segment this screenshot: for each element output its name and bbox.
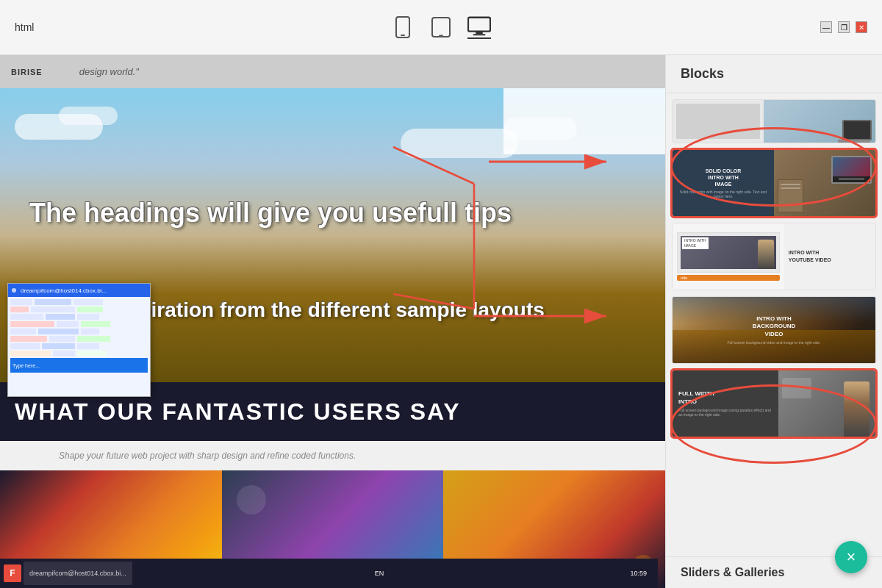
solid-laptop <box>831 156 872 184</box>
block-solid-image-area <box>774 150 875 216</box>
chat-title: dreampifcom@host014.cbox.bi... <box>21 287 146 294</box>
restore-button[interactable]: ❐ <box>838 21 850 33</box>
purple-circle <box>237 485 266 514</box>
chat-row <box>10 336 148 342</box>
mobile-view-button[interactable] <box>391 15 415 39</box>
video-title: INTRO WITHBACKGROUNDVIDEO <box>727 315 820 338</box>
block-bg-video-intro[interactable]: INTRO WITHBACKGROUNDVIDEO Full screen ba… <box>672 296 876 364</box>
fw-person <box>844 381 870 437</box>
chat-cell <box>81 321 110 327</box>
yt-tag: title <box>677 275 780 281</box>
close-button[interactable]: ✕ <box>856 21 867 33</box>
minimize-button[interactable]: — <box>820 21 832 33</box>
birise-logo: BIRISE <box>11 68 43 76</box>
taskbar-start-label: F <box>10 568 15 578</box>
chat-cell <box>74 299 103 305</box>
book-line-2 <box>781 187 800 189</box>
fab-icon: × <box>847 548 856 567</box>
chat-title-bar: dreampifcom@host014.cbox.bi... <box>8 284 150 297</box>
svg-rect-6 <box>473 34 486 35</box>
tablet-view-button[interactable] <box>429 15 453 39</box>
solid-keyboard <box>839 178 865 180</box>
chat-overlay[interactable]: dreampifcom@host014.cbox.bi... <box>7 283 151 397</box>
block-youtube-preview: INTRO WITHIMAGE title INTRO WITHYOUTUBE … <box>673 223 875 290</box>
chat-cell <box>10 329 36 334</box>
taskbar-start-icon[interactable]: F <box>4 564 21 582</box>
svg-rect-5 <box>476 32 482 35</box>
chat-cell <box>81 329 99 334</box>
canvas-top-strip: BIRISE design world." <box>0 55 665 88</box>
white-overlay-box <box>503 88 665 154</box>
solid-screen <box>833 157 870 176</box>
solid-book <box>778 179 803 212</box>
chat-cell <box>42 343 75 349</box>
fab-button[interactable]: × <box>835 541 867 573</box>
chat-content[interactable]: Type here... <box>8 297 150 396</box>
chat-cell <box>77 314 99 320</box>
block-partial-preview <box>673 100 875 143</box>
chat-row <box>10 329 148 334</box>
chat-cell <box>77 336 110 342</box>
chat-cell <box>77 343 99 349</box>
block-youtube-intro[interactable]: INTRO WITHIMAGE title INTRO WITHYOUTUBE … <box>672 223 876 290</box>
blocks-panel: Blocks SOLID COLORI <box>665 55 882 588</box>
block-video-preview: INTRO WITHBACKGROUNDVIDEO Full screen ba… <box>673 297 875 363</box>
block-partial-left <box>673 100 764 143</box>
block-youtube-title: INTRO WITHYOUTUBE VIDEO <box>789 249 871 264</box>
yt-thumbnail-wrapper: INTRO WITHIMAGE <box>677 232 780 273</box>
chat-cell <box>10 299 32 305</box>
block-solid-text-area: SOLID COLORINTRO WITHIMAGE Solid color i… <box>673 150 774 216</box>
block-item-partial-top[interactable] <box>672 99 876 143</box>
blocks-header: Blocks <box>666 55 882 93</box>
block-fw-image-area <box>778 370 875 437</box>
svg-rect-4 <box>468 18 490 32</box>
taskbar-clock: 10:59 <box>630 570 654 577</box>
taskbar-chat-item[interactable]: dreampifcom@host014.cbox.bi... <box>24 562 132 585</box>
chat-dot <box>12 288 16 293</box>
block-solid-subtitle: Solid color intro with image on the righ… <box>678 190 768 198</box>
chat-cell <box>49 336 75 342</box>
chat-cell <box>38 329 79 334</box>
chat-cell <box>77 351 107 356</box>
cloud-2 <box>59 107 118 125</box>
block-solid-title: SOLID COLORINTRO WITHIMAGE <box>678 168 768 187</box>
cloud-3 <box>401 129 518 158</box>
block-youtube-right-area: INTRO WITHYOUTUBE VIDEO <box>784 223 875 290</box>
blocks-title: Blocks <box>681 66 724 81</box>
chat-cell <box>53 351 75 356</box>
chat-cell <box>10 351 51 356</box>
sliders-title: Sliders & Galleries <box>681 566 784 578</box>
block-solid-preview: SOLID COLORINTRO WITHIMAGE Solid color i… <box>673 150 875 216</box>
block-solid-color-intro[interactable]: SOLID COLORINTRO WITHIMAGE Solid color i… <box>672 149 876 217</box>
canvas-quote: design world." <box>79 66 139 77</box>
shape-future-section: Shape your future web project with sharp… <box>0 441 665 470</box>
blocks-list: SOLID COLORINTRO WITHIMAGE Solid color i… <box>666 93 882 556</box>
fw-title: FULL WIDTHINTRO <box>678 390 772 406</box>
chat-row <box>10 306 148 312</box>
block-partial-right <box>764 100 875 143</box>
block-fw-text-area: FULL WIDTHINTRO Full screen background i… <box>673 370 778 437</box>
svg-rect-2 <box>432 18 450 37</box>
fw-subtitle: Full screen background image (using para… <box>678 408 772 417</box>
desktop-view-button[interactable] <box>467 15 491 39</box>
main-area: BIRISE design world." The headings will … <box>0 55 882 588</box>
taskbar: F dreampifcom@host014.cbox.bi... EN 10:5… <box>0 559 658 588</box>
chat-cell <box>57 321 79 327</box>
chat-cell <box>31 306 75 312</box>
yt-person <box>758 240 774 269</box>
chat-cell <box>35 299 71 305</box>
chat-cell <box>77 306 103 312</box>
filename-label: html <box>15 21 34 33</box>
video-subtitle: Full screen background video and image t… <box>727 340 820 345</box>
svg-rect-1 <box>401 35 405 36</box>
video-text-area: INTRO WITHBACKGROUNDVIDEO Full screen ba… <box>727 315 820 345</box>
chat-row <box>10 299 148 305</box>
laptop-icon <box>842 120 872 140</box>
device-switcher <box>391 15 491 39</box>
window-controls: — ❐ ✕ <box>820 21 867 33</box>
yt-thumbnail: INTRO WITHIMAGE <box>681 236 776 269</box>
block-full-width-intro[interactable]: FULL WIDTHINTRO Full screen background i… <box>672 370 876 437</box>
book-line-1 <box>781 184 800 185</box>
chat-cell <box>10 336 47 342</box>
chat-input-bar[interactable]: Type here... <box>10 358 148 373</box>
